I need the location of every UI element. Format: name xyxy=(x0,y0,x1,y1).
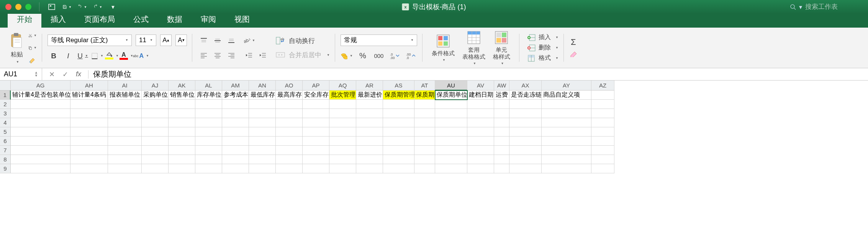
cell[interactable]: 最低库存 xyxy=(249,91,276,100)
column-header[interactable]: AR xyxy=(356,81,383,91)
cell[interactable] xyxy=(11,127,70,137)
cell[interactable] xyxy=(591,137,614,146)
cell[interactable] xyxy=(542,109,591,118)
cell[interactable] xyxy=(70,155,108,164)
cell[interactable] xyxy=(195,137,222,146)
cell[interactable] xyxy=(249,127,276,137)
format-as-table-button[interactable]: 套用 表格格式▼ xyxy=(459,30,489,65)
cancel-formula-button[interactable]: ✕ xyxy=(49,70,55,79)
cell[interactable] xyxy=(169,155,195,164)
cell[interactable] xyxy=(195,109,222,118)
row-header[interactable]: 5 xyxy=(0,127,11,137)
cell[interactable] xyxy=(108,109,142,118)
cell[interactable] xyxy=(414,137,435,146)
cell[interactable] xyxy=(249,100,276,109)
cell[interactable] xyxy=(494,155,509,164)
wrap-text-button[interactable]: ab 自动换行 xyxy=(276,36,330,45)
orientation-button[interactable]: ab▼ xyxy=(243,35,255,46)
column-header[interactable]: AM xyxy=(222,81,249,91)
cell[interactable]: 最新进价 xyxy=(356,91,383,100)
cell[interactable] xyxy=(11,146,70,155)
cell[interactable] xyxy=(276,146,303,155)
cell[interactable] xyxy=(509,100,542,109)
decrease-indent-button[interactable] xyxy=(243,50,255,61)
cell[interactable] xyxy=(70,127,108,137)
cell[interactable] xyxy=(467,109,494,118)
cell[interactable] xyxy=(494,137,509,146)
column-header[interactable]: AY xyxy=(542,81,591,91)
column-header[interactable]: AX xyxy=(509,81,542,91)
format-painter-button[interactable] xyxy=(28,56,37,64)
column-header[interactable]: AG xyxy=(11,81,70,91)
column-header[interactable]: AJ xyxy=(142,81,169,91)
cell[interactable] xyxy=(11,164,70,173)
column-header[interactable]: AQ xyxy=(329,81,356,91)
cell[interactable] xyxy=(70,137,108,146)
autosum-button[interactable]: Σ xyxy=(569,38,578,46)
cell[interactable] xyxy=(303,137,329,146)
cell[interactable]: 商品自定义项 xyxy=(542,91,591,100)
cell[interactable] xyxy=(249,155,276,164)
cell[interactable]: 辅计量4是否包装单位 xyxy=(11,91,70,100)
cell[interactable] xyxy=(222,100,249,109)
merge-center-button[interactable]: 合并后居中 ▼ xyxy=(276,51,330,59)
cell[interactable]: 报表辅单位 xyxy=(108,91,142,100)
cell[interactable] xyxy=(329,127,356,137)
cell[interactable] xyxy=(195,100,222,109)
name-box-stepper[interactable]: ▲▼ xyxy=(34,71,38,77)
cell[interactable] xyxy=(108,118,142,127)
align-bottom-button[interactable] xyxy=(225,35,237,46)
cell[interactable] xyxy=(303,109,329,118)
cell[interactable] xyxy=(169,109,195,118)
cell[interactable] xyxy=(169,164,195,173)
cell[interactable] xyxy=(11,118,70,127)
cell[interactable] xyxy=(70,100,108,109)
number-format-select[interactable]: 常规▼ xyxy=(341,35,417,46)
name-box[interactable]: AU1 ▲▼ xyxy=(0,68,42,80)
cell[interactable] xyxy=(414,109,435,118)
column-header[interactable]: AH xyxy=(70,81,108,91)
save-button[interactable]: ▼ xyxy=(62,2,72,12)
cell[interactable] xyxy=(591,127,614,137)
cell[interactable] xyxy=(435,109,467,118)
cell[interactable] xyxy=(494,164,509,173)
cell[interactable] xyxy=(435,155,467,164)
row-header[interactable]: 3 xyxy=(0,109,11,118)
copy-button[interactable]: ▼ xyxy=(28,44,37,52)
cell[interactable] xyxy=(142,100,169,109)
column-header[interactable]: AI xyxy=(108,81,142,91)
column-header[interactable]: AU xyxy=(435,81,467,91)
select-all-corner[interactable] xyxy=(0,81,11,91)
cell[interactable] xyxy=(356,164,383,173)
cell[interactable] xyxy=(591,118,614,127)
cell[interactable] xyxy=(467,146,494,155)
cell[interactable] xyxy=(249,164,276,173)
home-icon[interactable] xyxy=(47,2,56,12)
column-header[interactable]: AT xyxy=(414,81,435,91)
cell[interactable] xyxy=(591,100,614,109)
cell[interactable] xyxy=(108,137,142,146)
increase-decimal-button[interactable]: .0.00 xyxy=(389,51,401,61)
cell[interactable] xyxy=(542,118,591,127)
cell[interactable] xyxy=(169,100,195,109)
cell[interactable] xyxy=(222,155,249,164)
increase-font-button[interactable]: A▴ xyxy=(160,35,172,46)
cell[interactable] xyxy=(142,146,169,155)
cell[interactable] xyxy=(108,146,142,155)
cell[interactable] xyxy=(591,155,614,164)
cell[interactable] xyxy=(509,137,542,146)
cell[interactable] xyxy=(383,118,414,127)
cell[interactable] xyxy=(70,118,108,127)
cell[interactable] xyxy=(467,100,494,109)
cell[interactable] xyxy=(383,146,414,155)
column-header[interactable]: AW xyxy=(494,81,509,91)
align-left-button[interactable] xyxy=(198,50,210,61)
cell[interactable]: 保质期管理 xyxy=(383,91,414,100)
delete-cells-button[interactable]: 删除▼ xyxy=(527,44,558,52)
cell[interactable] xyxy=(435,164,467,173)
column-header[interactable]: AN xyxy=(249,81,276,91)
currency-button[interactable]: ▼ xyxy=(341,51,353,61)
cell[interactable] xyxy=(169,137,195,146)
cell[interactable] xyxy=(494,127,509,137)
formula-input[interactable]: 保质期单位 xyxy=(88,69,131,79)
